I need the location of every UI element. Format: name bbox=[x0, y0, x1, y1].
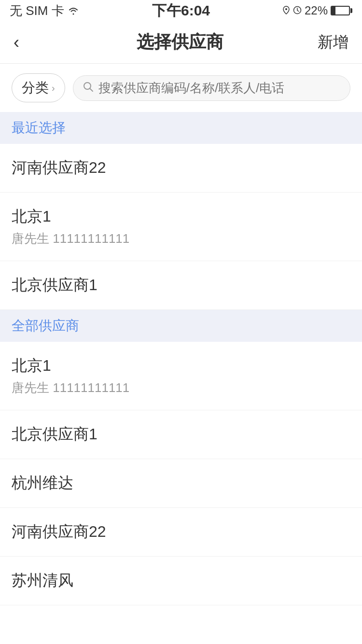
location-icon bbox=[282, 4, 290, 17]
search-input[interactable] bbox=[98, 81, 340, 96]
nav-bar: ‹ 选择供应商 新增 bbox=[0, 21, 362, 64]
item-sub: 唐先生 11111111111 bbox=[12, 230, 350, 247]
filter-row: 分类 › bbox=[0, 64, 362, 112]
search-box bbox=[73, 75, 350, 101]
status-bar: 无 SIM 卡 下午6:04 22% bbox=[0, 0, 362, 21]
battery-percentage: 22% bbox=[305, 4, 328, 17]
status-right: 22% bbox=[282, 4, 352, 17]
status-time: 下午6:04 bbox=[152, 1, 210, 21]
recent-list-item[interactable]: 北京供应商1 bbox=[0, 261, 362, 310]
item-name: 河南供应商22 bbox=[12, 157, 350, 179]
all-list-item[interactable]: 苏州清风 bbox=[0, 557, 362, 605]
item-name: 河南供应商22 bbox=[12, 521, 350, 543]
item-sub: 唐先生 11111111111 bbox=[12, 379, 350, 396]
all-list-item[interactable]: 河南供应商22 bbox=[0, 508, 362, 557]
battery-icon bbox=[331, 6, 352, 15]
recent-section-header: 最近选择 bbox=[0, 112, 362, 144]
item-name: 北京供应商1 bbox=[12, 275, 350, 296]
svg-point-0 bbox=[285, 8, 287, 10]
recent-list-item[interactable]: 北京1唐先生 11111111111 bbox=[0, 193, 362, 261]
page-title: 选择供应商 bbox=[137, 30, 223, 54]
all-list-item[interactable]: 北京1唐先生 11111111111 bbox=[0, 342, 362, 410]
item-name: 北京供应商1 bbox=[12, 424, 350, 445]
item-name: 北京1 bbox=[12, 206, 350, 227]
recent-list-item[interactable]: 河南供应商22 bbox=[0, 144, 362, 193]
chevron-right-icon: › bbox=[52, 83, 55, 94]
carrier-text: 无 SIM 卡 bbox=[10, 2, 64, 19]
item-name: 杭州维达 bbox=[12, 473, 350, 494]
category-button[interactable]: 分类 › bbox=[12, 73, 65, 102]
item-name: 北京1 bbox=[12, 355, 350, 377]
all-list: 北京1唐先生 11111111111北京供应商1杭州维达河南供应商22苏州清风 bbox=[0, 342, 362, 605]
all-list-item[interactable]: 北京供应商1 bbox=[0, 410, 362, 459]
search-icon bbox=[83, 81, 94, 96]
add-button[interactable]: 新增 bbox=[318, 32, 348, 53]
category-label: 分类 bbox=[22, 79, 49, 97]
wifi-icon bbox=[68, 3, 79, 18]
item-name: 苏州清风 bbox=[12, 570, 350, 591]
all-section-header: 全部供应商 bbox=[0, 310, 362, 342]
all-list-item[interactable]: 杭州维达 bbox=[0, 459, 362, 508]
clock-icon bbox=[293, 4, 302, 17]
back-button[interactable]: ‹ bbox=[14, 32, 42, 53]
status-left: 无 SIM 卡 bbox=[10, 2, 79, 19]
recent-list: 河南供应商22北京1唐先生 11111111111北京供应商1 bbox=[0, 144, 362, 310]
